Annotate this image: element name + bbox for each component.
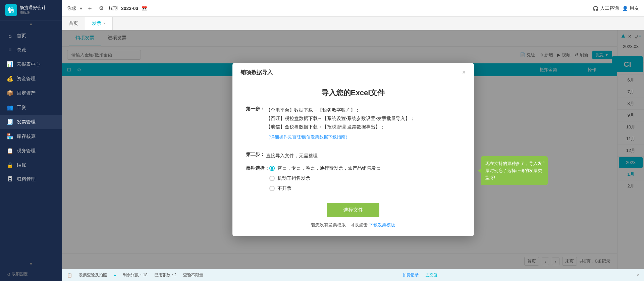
step-divider — [246, 146, 461, 146]
sidebar-scroll-down[interactable]: ▼ — [0, 261, 62, 267]
sidebar-item-finance[interactable]: 💰 资金管理 — [0, 71, 62, 86]
topbar-support-btn[interactable]: 🎧 人工咨询 — [593, 5, 619, 11]
download-hint: 若您没有发票模版，可以点击 下载发票模版 — [311, 222, 395, 228]
status-remaining: 剩余张数：18 — [123, 272, 147, 278]
overlay: 销项数据导入 × 导入您的Excel文件 第一步： 【全电平台】数据下载→【税务… — [62, 30, 644, 269]
sidebar-item-close[interactable]: 🔒 结账 — [0, 158, 62, 172]
tab-invoice-label: 发票 — [92, 20, 101, 26]
sidebar-item-home[interactable]: ⌂ 首页 — [0, 29, 62, 43]
modal-close-btn[interactable]: × — [462, 69, 466, 76]
tooltip-text: 现在支持的票种多了，导入发票时别忘了选择正确的发票类型呀! — [485, 161, 542, 180]
ledger-icon: ≡ — [7, 47, 13, 53]
sidebar-label-inventory: 库存核算 — [17, 133, 36, 139]
step1-line1: 【全电平台】数据下载→【税务数字账户】； — [266, 106, 415, 114]
invoice-icon: 🧾 — [7, 119, 13, 125]
tabbar: 首页 发票 × — [62, 17, 644, 30]
logo-badge: 旗舰版 — [20, 10, 46, 15]
step2-row: 第二步： 直接导入文件，无需整理 — [246, 152, 461, 160]
payroll-icon: 👥 — [7, 104, 13, 111]
radio-group: 普票，专票，卷票，通行费发票，农产品销售发票 机动车销售发票 不开票 — [269, 165, 381, 191]
ticket-type-row: 票种选择： 普票，专票，卷票，通行费发票，农产品销售发票 机动车销售发票 — [246, 165, 461, 191]
finance-icon: 💰 — [7, 75, 13, 82]
step1-content: 【全电平台】数据下载→【税务数字账户】； 【百旺】税控盘数据下载→【系统设置-系… — [266, 106, 415, 141]
select-file-btn[interactable]: 选择文件 — [327, 203, 379, 217]
radio-label-3: 不开票 — [277, 185, 291, 191]
sidebar-item-tax[interactable]: 📋 税务管理 — [0, 144, 62, 158]
topbar-user: 你您 — [67, 5, 76, 11]
topbar-user-info-btn[interactable]: 👤 用友 — [622, 5, 639, 11]
topbar-period-value: 2023-03 — [121, 6, 138, 11]
status-dot: ● — [114, 273, 116, 278]
modal-import-title: 导入您的Excel文件 — [246, 88, 461, 98]
sidebar-label-ledger: 总账 — [17, 47, 26, 53]
sidebar-item-archive[interactable]: 🗄 归档管理 — [0, 172, 62, 186]
sidebar-label-reports: 云报表中心 — [17, 61, 40, 67]
topbar-dropdown-btn[interactable]: ▾ — [80, 6, 82, 11]
sidebar-label-tax: 税务管理 — [17, 148, 36, 154]
sidebar-label-payroll: 工资 — [17, 105, 26, 111]
tab-invoice-close[interactable]: × — [103, 21, 106, 26]
user-avatar-icon: 👤 — [622, 6, 628, 11]
tab-home[interactable]: 首页 — [62, 17, 85, 30]
logo-icon: 畅 — [5, 4, 17, 16]
sidebar-item-reports[interactable]: 📊 云报表中心 — [0, 57, 62, 71]
topbar-user-name: 用友 — [630, 5, 639, 11]
sidebar-label-invoice: 发票管理 — [17, 119, 36, 125]
topbar-add-btn[interactable]: ＋ — [86, 3, 94, 14]
ticket-type-label: 票种选择： — [246, 165, 269, 171]
topbar-gear-btn[interactable]: ⚙ — [98, 4, 105, 13]
step1-label: 第一步： — [246, 106, 266, 141]
step2-label: 第二步： — [246, 152, 266, 160]
sidebar-label-close: 结账 — [17, 162, 26, 168]
assets-icon: 📦 — [7, 90, 13, 96]
sidebar-footer-label: 取消固定 — [12, 271, 28, 277]
step2-content: 直接导入文件，无需整理 — [266, 152, 318, 160]
sidebar-label-finance: 资金管理 — [17, 76, 36, 82]
close-account-icon: 🔒 — [7, 162, 13, 168]
status-invoice-icon: 📋 — [67, 273, 72, 278]
radio-option-2[interactable]: 机动车销售发票 — [269, 175, 381, 181]
status-recharge-link[interactable]: 扣费记录 — [402, 272, 419, 278]
sidebar-item-ledger[interactable]: ≡ 总账 — [0, 43, 62, 57]
sidebar-item-assets[interactable]: 📦 固定资产 — [0, 86, 62, 100]
sidebar: 畅 畅捷通好会计 旗舰版 ▲ ⌂ 首页 ≡ 总账 📊 云报表中心 💰 资金管理 — [0, 0, 62, 281]
status-verify: 查验不限量 — [183, 272, 203, 278]
sidebar-item-invoice[interactable]: 🧾 发票管理 — [0, 115, 62, 129]
home-icon: ⌂ — [7, 33, 13, 39]
status-bar-close[interactable]: × — [637, 273, 639, 278]
unpin-icon: ◁ — [7, 272, 10, 277]
support-icon: 🎧 — [593, 6, 598, 11]
radio-label-1: 普票，专票，卷票，通行费发票，农产品销售发票 — [277, 165, 381, 171]
status-label: 发票查验及拍照 — [79, 272, 107, 278]
topbar-period-label: 账期 — [108, 5, 118, 11]
modal-footer: 选择文件 若您没有发票模版，可以点击 下载发票模版 — [232, 200, 474, 236]
status-bar: 📋 发票查验及拍照 ● 剩余张数：18 已用张数：2 查验不限量 扣费记录 去充… — [62, 269, 644, 281]
status-used: 已用张数：2 — [154, 272, 177, 278]
inventory-icon: 🏪 — [7, 133, 13, 139]
status-go-recharge[interactable]: 去充值 — [425, 272, 437, 278]
radio-circle-1 — [269, 166, 275, 171]
modal-title: 销项数据导入 — [240, 69, 273, 76]
sidebar-footer[interactable]: ◁ 取消固定 — [0, 267, 62, 281]
topbar-calendar-icon[interactable]: 📅 — [142, 6, 147, 11]
tab-invoice[interactable]: 发票 × — [85, 17, 113, 30]
step1-guide-link[interactable]: （详细操作见百旺/航信发票数据下载指南） — [266, 134, 350, 139]
sidebar-scroll-up[interactable]: ▲ — [0, 20, 62, 27]
tax-icon: 📋 — [7, 148, 13, 154]
sidebar-item-inventory[interactable]: 🏪 库存核算 — [0, 129, 62, 144]
download-template-link[interactable]: 下载发票模版 — [369, 222, 395, 227]
modal-header: 销项数据导入 × — [232, 63, 474, 81]
modal-import: 销项数据导入 × 导入您的Excel文件 第一步： 【全电平台】数据下载→【税务… — [232, 63, 474, 236]
tooltip-bubble: × 现在支持的票种多了，导入发票时别忘了选择正确的发票类型呀! — [481, 156, 548, 185]
sidebar-nav: ⌂ 首页 ≡ 总账 📊 云报表中心 💰 资金管理 📦 固定资产 👥 工资 — [0, 27, 62, 261]
logo: 畅 畅捷通好会计 旗舰版 — [0, 0, 62, 20]
tooltip-close-btn[interactable]: × — [542, 158, 545, 166]
sidebar-item-payroll[interactable]: 👥 工资 — [0, 100, 62, 115]
reports-icon: 📊 — [7, 61, 13, 67]
content-area: 销项发票 进项发票 📄 凭证 ⊕ 新增 — [62, 30, 644, 269]
archive-icon: 🗄 — [7, 176, 13, 182]
step1-row: 第一步： 【全电平台】数据下载→【税务数字账户】； 【百旺】税控盘数据下载→【系… — [246, 106, 461, 141]
support-label: 人工咨询 — [600, 5, 619, 11]
radio-option-1[interactable]: 普票，专票，卷票，通行费发票，农产品销售发票 — [269, 165, 381, 171]
radio-option-3[interactable]: 不开票 — [269, 185, 381, 191]
